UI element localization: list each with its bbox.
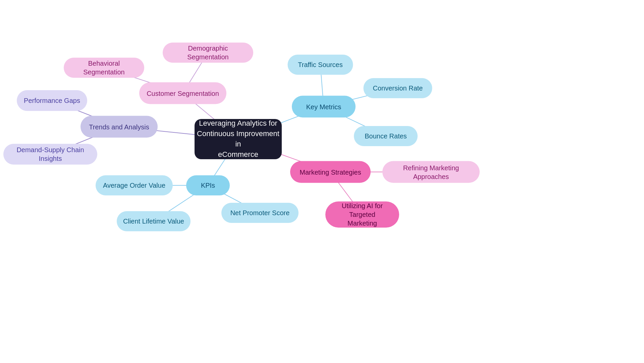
node-perf-gaps[interactable]: Performance Gaps xyxy=(17,90,87,111)
node-behavioral-seg[interactable]: Behavioral Segmentation xyxy=(64,58,144,78)
label-kpis: KPIs xyxy=(201,181,215,190)
node-ai-marketing[interactable]: Utilizing AI for TargetedMarketing xyxy=(325,201,399,228)
node-marketing-strat[interactable]: Marketing Strategies xyxy=(290,161,371,183)
label-conversion-rate: Conversion Rate xyxy=(373,84,423,93)
node-key-metrics[interactable]: Key Metrics xyxy=(292,96,356,118)
label-ai-marketing: Utilizing AI for TargetedMarketing xyxy=(331,201,394,228)
node-conversion-rate[interactable]: Conversion Rate xyxy=(364,78,432,98)
node-traffic-sources[interactable]: Traffic Sources xyxy=(288,55,353,75)
node-bounce-rates[interactable]: Bounce Rates xyxy=(354,126,418,146)
node-kpis[interactable]: KPIs xyxy=(186,175,230,195)
label-trends: Trends and Analysis xyxy=(89,122,149,131)
label-behavioral-seg: Behavioral Segmentation xyxy=(69,59,139,76)
label-net-promoter: Net Promoter Score xyxy=(230,208,290,217)
label-bounce-rates: Bounce Rates xyxy=(365,132,407,140)
label-customer-seg: Customer Segmentation xyxy=(147,89,219,98)
label-demand-supply: Demand-Supply Chain Insights xyxy=(9,145,92,163)
node-demographic-seg[interactable]: Demographic Segmentation xyxy=(163,43,253,63)
label-traffic-sources: Traffic Sources xyxy=(298,60,342,69)
node-trends[interactable]: Trends and Analysis xyxy=(80,116,158,138)
label-refining-marketing: Refining Marketing Approaches xyxy=(388,163,474,181)
node-demand-supply[interactable]: Demand-Supply Chain Insights xyxy=(3,144,97,165)
label-marketing-strat: Marketing Strategies xyxy=(300,168,361,176)
label-key-metrics: Key Metrics xyxy=(306,102,341,111)
center-node[interactable]: Leveraging Analytics forContinuous Impro… xyxy=(195,119,282,159)
label-client-lifetime: Client Lifetime Value xyxy=(123,217,184,226)
node-client-lifetime[interactable]: Client Lifetime Value xyxy=(117,211,191,231)
node-net-promoter[interactable]: Net Promoter Score xyxy=(221,203,299,223)
node-avg-order[interactable]: Average Order Value xyxy=(96,175,173,195)
label-avg-order: Average Order Value xyxy=(103,181,165,190)
center-label: Leveraging Analytics forContinuous Impro… xyxy=(195,118,282,160)
label-perf-gaps: Performance Gaps xyxy=(24,96,80,105)
label-demographic-seg: Demographic Segmentation xyxy=(168,44,248,61)
node-refining-marketing[interactable]: Refining Marketing Approaches xyxy=(382,161,480,183)
node-customer-seg[interactable]: Customer Segmentation xyxy=(139,82,226,104)
